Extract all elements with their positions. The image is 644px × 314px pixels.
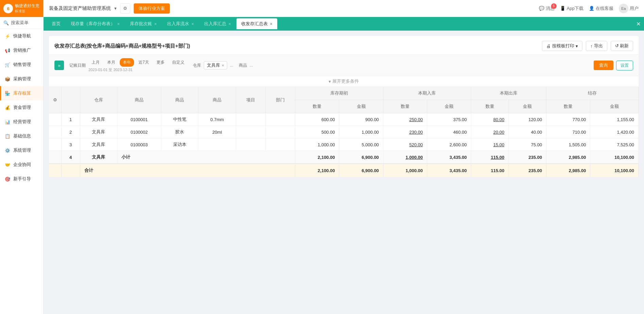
tab-batch-ledger[interactable]: 库存批次账 ✕ bbox=[125, 18, 162, 29]
row1-out-qty[interactable]: 80.00 bbox=[471, 113, 509, 126]
subtotal-check bbox=[49, 151, 61, 164]
col-open-qty-header: 数量 bbox=[295, 100, 339, 113]
tab-in-out-flow-close[interactable]: ✕ bbox=[191, 22, 194, 26]
date-btn-last-month[interactable]: 上月 bbox=[88, 58, 103, 67]
tab-receive-send-summary-close[interactable]: ✕ bbox=[270, 22, 273, 26]
date-btn-this-month[interactable]: 本月 bbox=[104, 58, 118, 67]
col-opening-header: 库存期初 bbox=[295, 87, 383, 100]
sidebar-item-system[interactable]: ⚙️ 系统管理 bbox=[0, 143, 43, 158]
page-actions: 🖨 按模板打印 ▾ ↑ 导出 ↺ 刷新 bbox=[542, 41, 633, 51]
subtotal-in-qty[interactable]: 1,000.00 bbox=[383, 151, 427, 164]
search-menu[interactable]: 🔍 搜索菜单 bbox=[0, 17, 43, 29]
subtotal-open-amt: 6,900.00 bbox=[339, 151, 383, 164]
sidebar-item-purchase[interactable]: 📦 采购管理 bbox=[0, 72, 43, 86]
row1-project bbox=[236, 113, 266, 126]
sidebar-item-marketing[interactable]: 📢 营销推广 bbox=[0, 43, 43, 57]
row2-dept bbox=[266, 126, 295, 138]
close-all-tabs[interactable]: ✕ bbox=[636, 21, 641, 27]
total-row: 合计 2,100.00 6,900.00 1,000.00 3,435.00 1… bbox=[49, 164, 639, 177]
expand-filter-button[interactable]: ▾ 展开更多条件 bbox=[329, 78, 359, 84]
tab-home[interactable]: 首页 bbox=[47, 18, 65, 29]
col-bal-amt-header: 金额 bbox=[590, 100, 639, 113]
export-button[interactable]: ↑ 导出 bbox=[586, 41, 607, 51]
row1-open-amt: 900.00 bbox=[339, 113, 383, 126]
warehouse-filter-label: 仓库 bbox=[193, 63, 201, 68]
tab-receive-send-summary[interactable]: 收发存汇总表 ✕ bbox=[236, 18, 277, 29]
row2-in-qty[interactable]: 230.00 bbox=[383, 126, 427, 138]
subtotal-out-amt: 235.00 bbox=[509, 151, 546, 164]
tab-in-out-summary-label: 出入库汇总 bbox=[204, 21, 226, 27]
tab-batch-ledger-close[interactable]: ✕ bbox=[154, 22, 157, 26]
date-btn-7days[interactable]: 近7天 bbox=[135, 58, 152, 67]
topbar: 装备及固定资产辅助管理系统 ▾ ⚙ 体验行业方案 💬 消息 6 📱 App下载 … bbox=[44, 0, 644, 17]
row2-out-qty[interactable]: 20.00 bbox=[471, 126, 509, 138]
print-template-button[interactable]: 🖨 按模板打印 ▾ bbox=[542, 41, 582, 51]
gear-icon: ⚙ bbox=[123, 6, 127, 11]
refresh-button[interactable]: ↺ 刷新 bbox=[611, 41, 633, 51]
row1-in-qty[interactable]: 250.00 bbox=[383, 113, 427, 126]
sidebar-item-operation[interactable]: 📊 经营管理 bbox=[0, 115, 43, 129]
sidebar-item-inventory[interactable]: 🏪 库存核算 bbox=[0, 86, 43, 100]
topbar-right: 💬 消息 6 📱 App下载 👤 在线客服 Ea 用户 bbox=[539, 4, 639, 13]
tab-in-out-summary[interactable]: 出入库汇总 ✕ bbox=[199, 18, 236, 29]
system-label: 系统管理 bbox=[13, 147, 31, 153]
warehouse-tag-text: 文具库 bbox=[207, 62, 220, 68]
sidebar-item-basic[interactable]: 📋 基础信息 bbox=[0, 129, 43, 143]
row3-in-qty[interactable]: 520.00 bbox=[383, 138, 427, 151]
total-bal-qty: 2,985.00 bbox=[546, 164, 590, 177]
tab-bar: 首页 现存量（库存分布表） ✕ 库存批次账 ✕ 出入库流水 ✕ 出入库汇总 ✕ … bbox=[44, 17, 644, 31]
row1-open-qty: 600.00 bbox=[295, 113, 339, 126]
query-button[interactable]: 查询 bbox=[594, 61, 613, 70]
warehouse-more-btn[interactable]: ... bbox=[230, 63, 233, 68]
subtotal-bal-amt: 10,100.00 bbox=[590, 151, 639, 164]
col-settings-header[interactable]: ⚙ bbox=[49, 87, 61, 113]
system-dropdown[interactable]: ▾ bbox=[114, 6, 117, 11]
page-card: 收发存汇总表(按仓库+商品编码+商品+规格型号+项目+部门) 🖨 按模板打印 ▾… bbox=[49, 36, 639, 177]
col-out-header: 本期出库 bbox=[471, 87, 546, 100]
online-service-button[interactable]: 👤 在线客服 bbox=[589, 5, 613, 12]
row3-bal-amt: 7,525.00 bbox=[590, 138, 639, 151]
date-filter-col: 上月 本月 本年 近7天 更多 自定义 2023-01-01 至 2023-12… bbox=[88, 58, 187, 72]
sidebar-item-finance[interactable]: 💰 资金管理 bbox=[0, 100, 43, 115]
chevron-down-icon: ▾ bbox=[114, 6, 117, 11]
filter-settings-button[interactable]: 设置 bbox=[616, 61, 633, 70]
app-download-button[interactable]: 📱 App下载 bbox=[560, 5, 583, 12]
refresh-icon: ↺ bbox=[615, 43, 619, 48]
row2-warehouse: 文具库 bbox=[80, 126, 117, 138]
tab-in-out-flow[interactable]: 出入库流水 ✕ bbox=[162, 18, 199, 29]
date-btn-custom[interactable]: 自定义 bbox=[169, 58, 187, 67]
col-bal-qty-header: 数量 bbox=[546, 100, 590, 113]
warehouse-tag-close[interactable]: ✕ bbox=[221, 64, 224, 67]
print-template-label: 按模板打印 bbox=[552, 43, 574, 49]
row3-out-qty[interactable]: 15.00 bbox=[471, 138, 509, 151]
date-btn-more[interactable]: 更多 bbox=[153, 58, 168, 67]
goods-more-btn[interactable]: ... bbox=[250, 63, 253, 68]
total-out-qty: 115.00 bbox=[471, 164, 509, 177]
filter-toggle-button[interactable]: » bbox=[54, 61, 64, 70]
sidebar-item-sales[interactable]: 🛒 销售管理 bbox=[0, 57, 43, 72]
row2-check bbox=[49, 126, 61, 138]
total-check bbox=[49, 164, 61, 177]
tab-in-out-summary-close[interactable]: ✕ bbox=[228, 22, 231, 26]
table-settings-icon: ⚙ bbox=[53, 97, 57, 102]
trial-button[interactable]: 体验行业方案 bbox=[134, 3, 170, 14]
sidebar-item-quick-nav[interactable]: ⚡ 快捷导航 bbox=[0, 29, 43, 43]
col-seq-header bbox=[61, 87, 80, 113]
tab-in-out-flow-label: 出入库流水 bbox=[167, 21, 189, 27]
logo-sub: 标准版 bbox=[15, 9, 39, 14]
settings-button[interactable]: ⚙ bbox=[120, 3, 130, 14]
message-button[interactable]: 💬 消息 6 bbox=[539, 5, 555, 12]
topbar-left: 装备及固定资产辅助管理系统 ▾ ⚙ 体验行业方案 bbox=[49, 3, 170, 14]
tab-inventory-dist-close[interactable]: ✕ bbox=[117, 22, 120, 26]
subtotal-out-qty[interactable]: 115.00 bbox=[471, 151, 509, 164]
tab-receive-send-summary-label: 收发存汇总表 bbox=[241, 21, 268, 27]
date-btn-this-year[interactable]: 本年 bbox=[120, 58, 134, 67]
user-menu[interactable]: Ea 用户 bbox=[619, 4, 639, 13]
tab-inventory-dist[interactable]: 现存量（库存分布表） ✕ bbox=[66, 18, 125, 29]
sidebar-item-enterprise[interactable]: 🤝 企业协同 bbox=[0, 158, 43, 172]
col-dept-header: 部门 bbox=[266, 87, 295, 113]
sidebar-item-guide[interactable]: 🎯 新手引导 bbox=[0, 172, 43, 186]
chevron-down-icon: ▾ bbox=[329, 79, 331, 84]
row1-dept bbox=[266, 113, 295, 126]
date-options: 上月 本月 本年 近7天 更多 自定义 bbox=[88, 58, 187, 67]
